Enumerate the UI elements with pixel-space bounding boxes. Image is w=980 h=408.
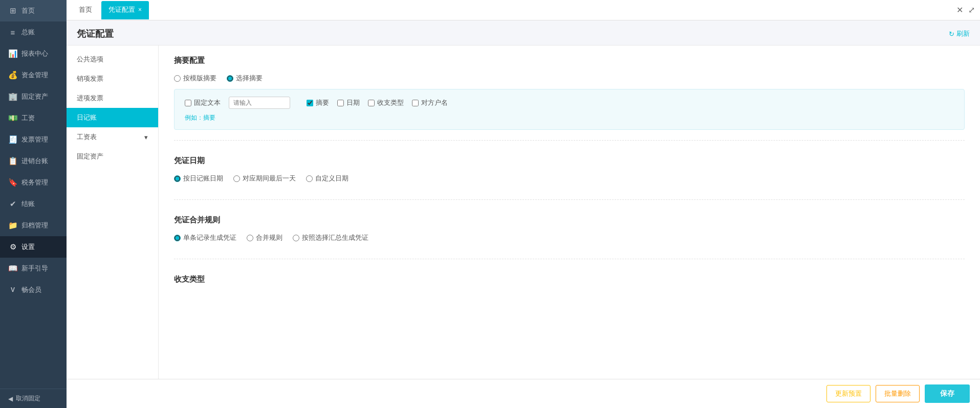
page-header: 凭证配置 ↻ 刷新 [67, 20, 980, 46]
sidebar-item-checkout[interactable]: ✔ 结账 [0, 193, 67, 215]
fixed-text-input[interactable] [229, 97, 290, 109]
leftnav-fixed-assets[interactable]: 固定资产 [67, 147, 158, 166]
right-content: 摘要配置 按模版摘要 选择摘要 [159, 46, 980, 379]
summary-section: 摘要配置 按模版摘要 选择摘要 [174, 56, 965, 141]
sidebar-item-archive[interactable]: 📁 归档管理 [0, 215, 67, 236]
sidebar-item-assets[interactable]: 🏢 固定资产 [0, 86, 67, 107]
voucher-date-section: 凭证日期 按日记账日期 对应期间最后一天 自定义日期 [174, 156, 965, 200]
summary-options-box: 固定文本 摘要 日期 [174, 89, 965, 130]
checkbox-summary[interactable]: 摘要 [307, 98, 329, 107]
checkbox-date[interactable]: 日期 [337, 98, 360, 107]
leftnav-purchase[interactable]: 进项发票 [67, 88, 158, 108]
sidebar-item-vip[interactable]: V 畅会员 [0, 279, 67, 301]
radio-merge-rule[interactable]: 合并规则 [247, 233, 282, 242]
content-wrapper: 凭证配置 ↻ 刷新 公共选项 销项发票 进项发票 日记账 [67, 20, 980, 408]
checkout-icon: ✔ [8, 199, 17, 209]
sidebar-item-settings[interactable]: ⚙ 设置 [0, 236, 67, 258]
checkbox-fixed-text[interactable]: 固定文本 [185, 98, 221, 107]
batch-delete-button[interactable]: 批量删除 [876, 385, 920, 402]
update-preview-button[interactable]: 更新预置 [826, 385, 870, 402]
bottom-bar: 更新预置 批量删除 保存 [67, 379, 980, 408]
sidebar-item-home[interactable]: ⊞ 首页 [0, 0, 67, 21]
vip-icon: V [8, 286, 17, 293]
summary-radio-group: 按模版摘要 选择摘要 [174, 74, 965, 83]
refresh-button[interactable]: ↻ 刷新 [949, 29, 970, 38]
radio-select-summary[interactable]: 选择摘要 [227, 74, 263, 83]
sidebar: ⊞ 首页 ≡ 总账 📊 报表中心 💰 资金管理 🏢 固定资产 💵 工资 🧾 发票… [0, 0, 67, 408]
guide-icon: 📖 [8, 264, 17, 273]
radio-custom-date[interactable]: 自定义日期 [306, 174, 349, 183]
leftnav-journal[interactable]: 日记账 [67, 108, 158, 127]
leftnav-payroll[interactable]: 工资表 ▾ [67, 127, 158, 147]
archive-icon: 📁 [8, 221, 17, 230]
summary-checkbox-row: 固定文本 摘要 日期 [185, 97, 954, 109]
invoice-icon: 🧾 [8, 135, 17, 144]
leftnav-public[interactable]: 公共选项 [67, 50, 158, 69]
checkbox-income-type[interactable]: 收支类型 [368, 98, 404, 107]
funds-icon: 💰 [8, 71, 17, 80]
merge-rules-section: 凭证合并规则 单条记录生成凭证 合并规则 按照选择汇总生成凭证 [174, 215, 965, 259]
tab-close-icon[interactable]: × [138, 6, 142, 13]
sidebar-item-reports[interactable]: 📊 报表中心 [0, 43, 67, 64]
chevron-down-icon: ▾ [144, 133, 148, 141]
assets-icon: 🏢 [8, 92, 17, 101]
save-button[interactable]: 保存 [925, 384, 970, 403]
voucher-date-title: 凭证日期 [174, 156, 965, 166]
main-area: 首页 凭证配置 × ✕ ⤢ 凭证配置 ↻ 刷新 公共选项 [67, 0, 980, 408]
radio-last-day-period[interactable]: 对应期间最后一天 [233, 174, 296, 183]
sidebar-item-salary[interactable]: 💵 工资 [0, 107, 67, 129]
sidebar-item-funds[interactable]: 💰 资金管理 [0, 64, 67, 86]
leftnav-sales[interactable]: 销项发票 [67, 69, 158, 88]
ledger-icon: ≡ [8, 28, 17, 37]
example-text: 例如：摘要 [185, 113, 954, 122]
left-nav: 公共选项 销项发票 进项发票 日记账 工资表 ▾ 固定资产 [67, 46, 159, 379]
sidebar-item-invoice[interactable]: 🧾 发票管理 [0, 129, 67, 150]
salary-icon: 💵 [8, 114, 17, 123]
reports-icon: 📊 [8, 49, 17, 58]
sidebar-item-guide[interactable]: 📖 新手引导 [0, 258, 67, 279]
home-icon: ⊞ [8, 6, 17, 15]
voucher-date-radio-group: 按日记账日期 对应期间最后一天 自定义日期 [174, 174, 965, 183]
sidebar-item-tax[interactable]: 🔖 税务管理 [0, 172, 67, 193]
window-close-icon[interactable]: ✕ [956, 5, 963, 15]
summary-title: 摘要配置 [174, 56, 965, 65]
radio-template-summary[interactable]: 按模版摘要 [174, 74, 216, 83]
income-expense-title: 收支类型 [174, 275, 965, 284]
tab-bar: 首页 凭证配置 × ✕ ⤢ [67, 0, 980, 20]
radio-aggregate[interactable]: 按照选择汇总生成凭证 [293, 233, 368, 242]
sidebar-unpin[interactable]: ◀ 取消固定 [0, 389, 67, 408]
checkbox-counterpart-name[interactable]: 对方户名 [412, 98, 448, 107]
purchase-icon: 📋 [8, 156, 17, 166]
tab-voucher-config[interactable]: 凭证配置 × [101, 1, 149, 19]
window-expand-icon[interactable]: ⤢ [968, 5, 975, 15]
refresh-icon: ↻ [949, 30, 954, 38]
tab-home[interactable]: 首页 [72, 1, 99, 19]
tax-icon: 🔖 [8, 178, 17, 187]
tab-window-actions: ✕ ⤢ [956, 5, 975, 15]
page-title: 凭证配置 [77, 28, 114, 40]
body-split: 公共选项 销项发票 进项发票 日记账 工资表 ▾ 固定资产 [67, 46, 980, 379]
merge-rules-radio-group: 单条记录生成凭证 合并规则 按照选择汇总生成凭证 [174, 233, 965, 242]
sidebar-item-ledger[interactable]: ≡ 总账 [0, 21, 67, 43]
radio-single-record[interactable]: 单条记录生成凭证 [174, 233, 236, 242]
income-expense-section: 收支类型 [174, 275, 965, 303]
merge-rules-title: 凭证合并规则 [174, 215, 965, 225]
pin-icon: ◀ [8, 395, 13, 402]
sidebar-item-purchase[interactable]: 📋 进销台账 [0, 150, 67, 172]
settings-icon: ⚙ [8, 242, 17, 252]
radio-by-journal-date[interactable]: 按日记账日期 [174, 174, 223, 183]
